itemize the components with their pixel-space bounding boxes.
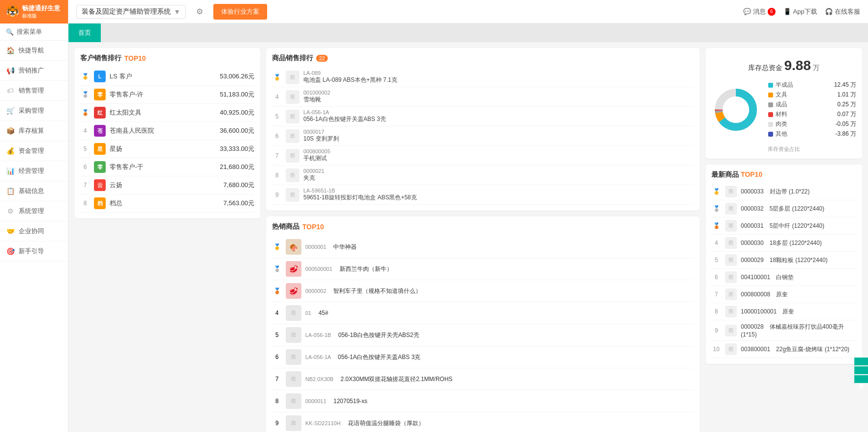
sidebar-search[interactable]: 🔍 搜索菜单 <box>0 24 68 41</box>
product-rank-row: 8 图 0000021 夹克 <box>272 166 694 185</box>
legend-item: 半成品 12.45 万 <box>768 81 856 89</box>
legend-label: 肉类 <box>776 120 787 128</box>
product-sales-card: 商品销售排行 22 🥇 图 LA-089 电池盖 LA-089 ABS本色+黑种… <box>266 48 700 211</box>
legend-color <box>768 93 773 97</box>
product-image: 🥩 <box>286 261 301 277</box>
avatar: L <box>94 71 106 82</box>
sidebar-item-inventory[interactable]: 📦 库存核算 <box>0 121 68 141</box>
settings-button[interactable]: ⚙ <box>192 4 207 20</box>
customer-value: 7,563.00元 <box>223 199 254 208</box>
legend-value: -3.86 万 <box>835 130 856 138</box>
product-name: 056-1A白色按键开关盖ABS 3克 <box>338 354 421 360</box>
product-info: 0000021 夹克 <box>303 168 694 182</box>
new-product-row: 8 图 10000100001 原奎 <box>711 303 856 320</box>
product-info: 000800008 原奎 <box>741 290 856 299</box>
sidebar-item-quick-nav[interactable]: 🏠 快捷导航 <box>0 41 68 61</box>
customer-service-button[interactable]: 客服热线 <box>854 358 868 365</box>
legend-color <box>768 112 773 117</box>
middle-panel: 商品销售排行 22 🥇 图 LA-089 电池盖 LA-089 ABS本色+黑种… <box>266 48 700 426</box>
hot-product-row: 6 图 LA-056-1A 056-1A白色按键开关盖ABS 3克 <box>272 346 694 368</box>
title-text: 热销商品 <box>272 222 299 231</box>
system-selector[interactable]: 装备及固定资产辅助管理系统 ▼ <box>76 5 186 19</box>
sidebar-item-enterprise[interactable]: 🤝 企业协同 <box>0 221 68 241</box>
title-text: 商品销售排行 <box>272 54 313 63</box>
trial-button[interactable]: 体验行业方案 <box>213 4 267 20</box>
live-button[interactable]: 直播 <box>854 375 868 383</box>
sidebar-item-sales[interactable]: 🏷 销售管理 <box>0 81 68 101</box>
product-rank-row: 5 图 LA-056-1A 056-1A白色按键开关盖ABS 3壳 <box>272 107 694 126</box>
left-panel: 客户销售排行 TOP10 🥇 L LS 客户 53,006.26元 🥈 零 <box>74 48 260 426</box>
count-badge: 22 <box>316 55 328 62</box>
message-icon: 💬 <box>743 8 751 15</box>
hot-product-row: 5 图 LA-056-1B 056-1B白色按键开关壳ABS2壳 <box>272 324 694 346</box>
top10-badge: TOP10 <box>124 54 146 62</box>
sidebar-nav-label: 资金管理 <box>19 146 44 155</box>
product-icon: 图 <box>725 325 737 336</box>
tab-home[interactable]: 首页 <box>69 24 101 42</box>
legend-value: 0.25 万 <box>837 100 856 109</box>
legend-item: 肉类 -0.05 万 <box>768 120 856 128</box>
product-image: 🥩 <box>286 283 301 299</box>
community-button[interactable]: 服务社区 <box>854 366 868 374</box>
product-code: LA-59651-1B <box>303 188 694 193</box>
product-name: 12070519-xs <box>333 398 367 405</box>
hot-product-row: 4 图 01 45# <box>272 302 694 324</box>
product-name: 056-1B白色按键开关壳ABS2壳 <box>338 332 419 338</box>
inventory-title: 库存总资金 <box>748 64 782 72</box>
avatar: 零 <box>94 89 106 100</box>
sidebar-item-purchase[interactable]: 🛒 采购管理 <box>0 101 68 121</box>
sidebar-item-guide[interactable]: 🎯 新手引导 <box>0 241 68 262</box>
product-details: 01 45# <box>305 309 694 317</box>
customer-rank-row: 8 档 档总 7,563.00元 <box>80 194 254 213</box>
sidebar-item-finance[interactable]: 💰 资金管理 <box>0 141 68 161</box>
product-details: LA-056-1A 056-1A白色按键开关盖ABS 3克 <box>305 353 694 361</box>
customer-rank-row: 5 星 星扬 33,333.00元 <box>80 140 254 158</box>
product-icon: 图 <box>725 254 737 266</box>
rank-number: 9 <box>272 420 282 427</box>
customer-name: 零售客户-于 <box>110 163 216 171</box>
rank-number: 7 <box>272 152 282 159</box>
product-image: 图 <box>286 90 299 104</box>
customer-rank-row: 4 苍 苍南县人民医院 36,600.00元 <box>80 122 254 140</box>
sidebar-item-marketing[interactable]: 📢 营销推广 <box>0 61 68 81</box>
online-service-button[interactable]: 🎧 在线客服 <box>825 7 860 16</box>
rank-medal: 🥈 <box>80 91 90 98</box>
message-label: 消息 <box>753 7 766 16</box>
gear-icon: ⚙ <box>6 207 15 216</box>
customer-name: LS 客户 <box>110 72 216 81</box>
rank-number: 4 <box>272 310 282 316</box>
new-product-row: 🥇 图 0000033 封边带 (1.0*22) <box>711 183 856 200</box>
avatar: 苍 <box>94 125 106 137</box>
product-image: 图 <box>286 71 299 84</box>
message-button[interactable]: 💬 消息 6 <box>743 7 776 16</box>
product-info: 0000017 10S 变刹罗刹 <box>303 129 694 143</box>
sidebar-nav-label: 企业协同 <box>19 227 44 236</box>
customer-name: 苍南县人民医院 <box>110 126 216 135</box>
app-download-button[interactable]: 📱 App下载 <box>783 7 817 16</box>
legend-label: 半成品 <box>776 81 793 89</box>
product-rank-row: 4 图 001000002 雪地靴 <box>272 87 694 107</box>
product-name: 10S 变刹罗刹 <box>303 135 694 143</box>
title-text: 客户销售排行 <box>80 54 121 63</box>
sidebar-nav-label: 营销推广 <box>19 66 44 75</box>
hot-product-row: 🥈 🥩 000500001 新西兰牛肉（新牛） <box>272 258 694 280</box>
customer-value: 53,006.26元 <box>220 72 254 81</box>
sidebar-item-operation[interactable]: 📊 经营管理 <box>0 161 68 181</box>
customer-name: 档总 <box>110 199 219 208</box>
top10-badge: TOP10 <box>741 170 762 178</box>
avatar: 云 <box>94 179 106 191</box>
product-image: 🍖 <box>286 239 301 255</box>
sidebar-nav-label: 销售管理 <box>19 86 44 95</box>
product-code: NB2.0X30B <box>305 376 339 382</box>
rank-number: 9 <box>272 192 282 198</box>
hot-products-card: 热销商品 TOP10 🥇 🍖 0000001 中华神器 <box>266 216 700 432</box>
sidebar-item-system[interactable]: ⚙ 系统管理 <box>0 201 68 221</box>
legend-item: 成品 0.25 万 <box>768 100 856 109</box>
product-info: 001000002 雪地靴 <box>303 90 694 104</box>
product-info: LA-056-1A 056-1A白色按键开关盖ABS 3壳 <box>303 109 694 123</box>
sidebar-item-basic-info[interactable]: 📋 基础信息 <box>0 181 68 201</box>
rank-medal: 🥇 <box>272 74 282 81</box>
hot-products-title: 热销商品 TOP10 <box>272 222 694 231</box>
product-icon: 图 <box>725 288 737 300</box>
rank-number: 5 <box>711 257 721 264</box>
